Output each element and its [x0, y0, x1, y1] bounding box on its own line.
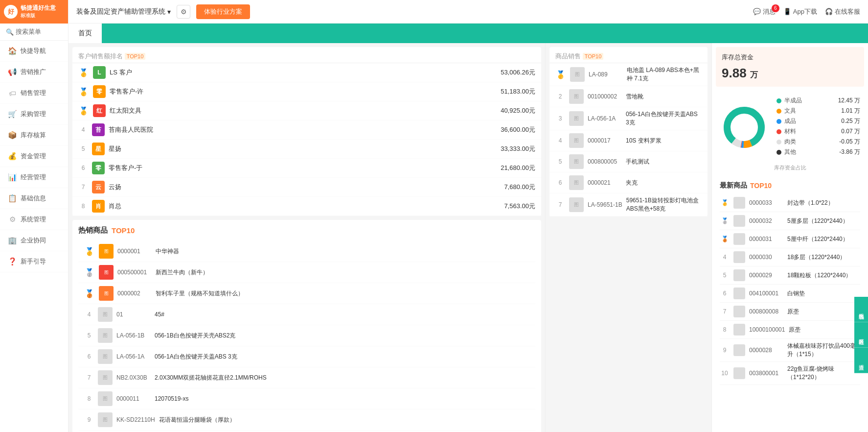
- legend-dot: [777, 150, 781, 155]
- product-sales-list: 🥇 图 LA-089 电池盖 LA-089 ABS本色+黑种 7.1克 2 图 …: [549, 63, 708, 216]
- search-label: 搜索菜单: [16, 27, 41, 36]
- trial-button[interactable]: 体验行业方案: [196, 4, 250, 19]
- hot-products-label: 热销商品: [78, 226, 108, 235]
- sidebar-item-inventory[interactable]: 📦 库存核算: [0, 125, 68, 146]
- avatar: 云: [92, 181, 105, 193]
- product-code: 0000029: [749, 272, 783, 279]
- rank-number: 7: [78, 184, 88, 191]
- online-service-button[interactable]: 🎧 在线客服: [825, 7, 860, 16]
- product-code: 0000030: [749, 254, 783, 261]
- product-code: 000800005: [588, 158, 622, 165]
- table-row: 8 肖 肖总 7,563.00元: [72, 197, 541, 216]
- page-content: 客户销售额排名 TOP10 🥇 L LS 客户 53,006.26元 🥇 零 零…: [69, 43, 868, 432]
- product-sales-header: 商品销售 TOP10: [549, 47, 708, 63]
- sidebar-item-marketing[interactable]: 📢 营销推广: [0, 62, 68, 83]
- legend-value: -0.05 万: [839, 138, 860, 146]
- product-name: 新西兰牛肉（新牛）: [156, 268, 529, 277]
- sidebar-item-purchase[interactable]: 🛒 采购管理: [0, 104, 68, 125]
- product-code: 0000033: [749, 199, 783, 206]
- inventory-title-label: 库存总资金: [722, 53, 754, 61]
- product-code: 0000011: [116, 395, 151, 402]
- app-download-button[interactable]: 📱 App下载: [783, 7, 817, 16]
- topbar-actions: 💬 消息 6 📱 App下载 🎧 在线客服: [753, 7, 860, 16]
- list-item: 8 图 0000011 12070519-xs: [78, 388, 535, 409]
- list-item: 🥇 图 0000001 中华神器: [78, 241, 535, 262]
- live-button[interactable]: 直播: [854, 348, 868, 373]
- product-image: 图: [569, 197, 584, 212]
- list-item: 4 图 0000017 10S 变料罗浆: [549, 130, 708, 151]
- product-code: 001000002: [588, 93, 622, 100]
- avatar: L: [93, 66, 106, 79]
- rank-medal: 🥇: [84, 246, 95, 257]
- product-sales-title: 商品销售 TOP10: [555, 52, 603, 61]
- sidebar-item-basic-info[interactable]: 📋 基础信息: [0, 188, 68, 209]
- sidebar-item-enterprise[interactable]: 🏢 企业协同: [0, 230, 68, 251]
- legend-label: 其他: [784, 148, 836, 156]
- product-code: 000500001: [117, 269, 152, 276]
- customer-name: 零售客户-许: [110, 87, 497, 96]
- rank-number: 2: [555, 93, 565, 100]
- customer-amount: 21,680.00元: [501, 164, 535, 172]
- customer-ranking-section: 客户销售额排名 TOP10 🥇 L LS 客户 53,006.26元 🥇 零 零…: [72, 47, 541, 216]
- list-item: 4 0000030 18多层（1220*2440）: [720, 248, 860, 266]
- sidebar-item-system[interactable]: ⚙ 系统管理: [0, 209, 68, 230]
- rank-number: 6: [78, 165, 88, 171]
- customer-amount: 36,600.00元: [501, 125, 535, 134]
- settings-button[interactable]: ⚙: [177, 5, 190, 19]
- rank-number: 🥈: [720, 217, 730, 224]
- product-name: 12070519-xs: [155, 395, 529, 402]
- inventory-summary: 库存总资金 9.88 万: [716, 47, 864, 87]
- svg-point-1: [727, 110, 761, 144]
- sidebar-item-label: 库存核算: [21, 131, 46, 140]
- product-image: 图: [569, 175, 584, 190]
- product-code: 0000017: [588, 137, 622, 144]
- table-row: 5 星 星扬 33,333.00元: [72, 140, 541, 159]
- donut-chart: [720, 103, 769, 152]
- main-wrapper: 装备及固定资产辅助管理系统 ▾ ⚙ 体验行业方案 💬 消息 6 📱 App下载 …: [69, 0, 868, 432]
- product-code: 0000021: [588, 179, 622, 186]
- product-name: 原垄: [787, 308, 860, 316]
- legend-dot: [777, 119, 781, 124]
- customer-amount: 33,333.00元: [501, 144, 535, 153]
- tab-home[interactable]: 首页: [69, 24, 102, 43]
- product-image: [733, 269, 745, 281]
- sidebar-item-sales[interactable]: 🏷 销售管理: [0, 83, 68, 104]
- ops-icon: 📊: [8, 173, 17, 182]
- customer-ranking-title: 客户销售额排名 TOP10: [78, 52, 145, 61]
- chart-subtitle: 库存资金占比: [712, 164, 868, 175]
- product-code: KK-SD22110H: [116, 416, 155, 423]
- customer-name: 星扬: [109, 144, 497, 153]
- product-image: [733, 251, 745, 263]
- sidebar-item-guide[interactable]: ❓ 新手引导: [0, 251, 68, 272]
- sidebar-item-label: 快捷导航: [21, 47, 46, 55]
- list-item: 🥇 图 LA-089 电池盖 LA-089 ABS本色+黑种 7.1克: [549, 63, 708, 86]
- purchase-icon: 🛒: [8, 110, 17, 119]
- sidebar-search[interactable]: 🔍 搜索菜单: [0, 24, 68, 41]
- sidebar-item-finance[interactable]: 💰 资金管理: [0, 146, 68, 167]
- product-code: LA-056-1B: [116, 332, 151, 339]
- new-products-badge: TOP10: [750, 182, 772, 190]
- product-code: LA-089: [589, 71, 623, 78]
- sidebar-item-label: 销售管理: [21, 89, 46, 97]
- sidebar-item-operations[interactable]: 📊 经营管理: [0, 167, 68, 188]
- customer-name: 红太阳文具: [110, 106, 497, 115]
- inventory-title: 库存总资金: [722, 53, 858, 62]
- product-image: 图: [569, 154, 584, 169]
- app-download-label: App下载: [793, 7, 817, 16]
- customer-service-button[interactable]: 客服热线: [854, 297, 868, 322]
- rank-medal: 🥉: [84, 288, 95, 299]
- customer-ranking-header: 客户销售额排名 TOP10: [72, 47, 541, 63]
- product-image: 图: [570, 67, 585, 82]
- sidebar-item-quick-nav[interactable]: 🏠 快捷导航: [0, 41, 68, 62]
- product-code: LA-056-1A: [116, 353, 151, 360]
- legend-label: 肉类: [784, 138, 836, 146]
- service-community-button[interactable]: 服务社区: [854, 322, 868, 348]
- product-name: 2.0X30MM双搓花轴搓花直径2.1MM/ROHS: [155, 374, 529, 382]
- product-name: 花语葛恒温分腿睡袋（厚款）: [159, 416, 529, 424]
- left-column: 客户销售额排名 TOP10 🥇 L LS 客户 53,006.26元 🥇 零 零…: [69, 43, 545, 432]
- product-code: NB2.0X30B: [116, 374, 151, 381]
- legend-dot: [777, 140, 781, 144]
- system-title-dropdown[interactable]: 装备及固定资产辅助管理系统 ▾: [76, 7, 171, 16]
- product-name: 45#: [155, 311, 529, 318]
- messages-button[interactable]: 💬 消息 6: [753, 7, 776, 16]
